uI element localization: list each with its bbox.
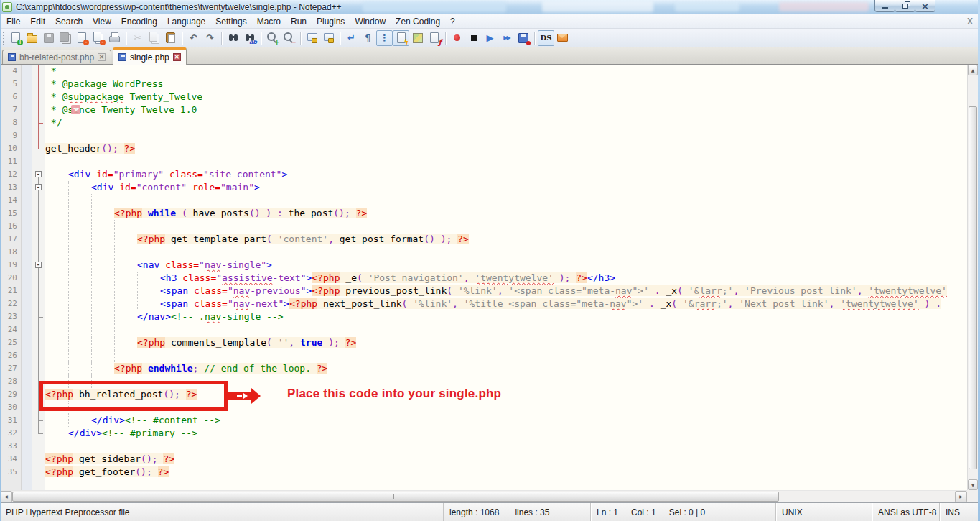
menu-macro[interactable]: Macro [252,15,286,28]
macro-save-icon[interactable] [515,30,531,46]
scroll-right-icon[interactable]: ▶ [955,491,967,502]
print-icon[interactable] [106,30,123,46]
minimize-button[interactable] [874,0,895,12]
code-line-33[interactable]: 33 [0,440,967,453]
code-line-32[interactable]: 32</div><!-- #primary --> [0,427,967,440]
new-file-icon[interactable]: + [7,30,24,46]
code-line-24[interactable]: 24 [0,323,967,336]
save-all-icon[interactable] [57,30,73,46]
replace-icon[interactable]: ab [241,30,258,46]
scroll-down-icon[interactable]: ▼ [968,479,978,490]
code-line-31[interactable]: 31</div><!-- #content --> [0,414,967,427]
menu-run[interactable]: Run [286,15,312,28]
tab-bh-related-post[interactable]: bh-related-post.php × [2,50,111,64]
document-map-icon[interactable] [409,30,426,46]
tab-close-icon[interactable]: × [173,53,181,61]
code-line-19[interactable]: 19-<nav class="nav-single"> [0,259,967,272]
code-line-34[interactable]: 34<?php get_sidebar(); ?> [0,453,967,466]
code-line-18[interactable]: 18 [0,246,967,259]
code-line-5[interactable]: 5 * @package WordPress [0,78,967,91]
scroll-up-icon[interactable]: ▲ [968,65,978,75]
bookmark-margin [22,388,32,401]
save-file-icon[interactable] [40,30,57,46]
code-line-20[interactable]: 20<h3 class="assistive-text"><?php _e( '… [0,272,967,285]
code-line-23[interactable]: 23</nav><!-- .nav-single --> [0,310,967,323]
scroll-left-icon[interactable]: ◀ [0,491,12,502]
sync-horizontal-scroll-icon[interactable] [320,30,337,46]
code-line-35[interactable]: 35<?php get_footer(); ?> [0,466,967,479]
vertical-scrollbar[interactable]: ▲ ▼ [967,65,978,490]
tab-close-icon[interactable]: × [98,53,106,61]
code-line-4[interactable]: 4 * [0,65,967,78]
status-selection: Sel : 0 | 0 [669,507,705,517]
code-line-13[interactable]: 13-<div id="content" role="main"> [0,181,967,194]
menu-search[interactable]: Search [50,15,88,28]
code-line-25[interactable]: 25<?php comments_template( '', true ); ?… [0,336,967,349]
cut-icon[interactable]: ✂ [129,30,146,46]
status-length-lines: length : 1068 lines : 35 [443,503,590,521]
menu-window[interactable]: Window [350,15,391,28]
show-all-characters-icon[interactable]: ¶ [360,30,376,46]
show-indent-guide-icon[interactable]: ⋮ [376,30,393,46]
vertical-scrollbar-thumb[interactable] [969,106,977,469]
menu-settings[interactable]: Settings [210,15,251,28]
menu-plugins[interactable]: Plugins [312,15,350,28]
macro-stop-icon[interactable] [465,30,482,46]
fold-margin [32,466,45,479]
user-define-dialog-icon[interactable]: ϟ [393,30,409,46]
undo-icon[interactable]: ↶ [185,30,202,46]
code-line-9[interactable]: 9 [0,129,967,142]
zoom-out-icon[interactable]: − [281,30,297,46]
close-file-icon[interactable]: - [73,30,90,46]
menu-edit[interactable]: Edit [25,15,50,28]
code-line-21[interactable]: 21<span class="nav-previous"><?php previ… [0,285,967,298]
fold-margin [32,155,45,168]
macro-run-multiple-icon[interactable]: ▶▶ [498,30,515,46]
code-line-14[interactable]: 14 [0,194,967,207]
paste-icon[interactable] [162,30,179,46]
close-all-icon[interactable]: - [90,30,106,46]
editor[interactable]: 4 *5 * @package WordPress6 * @subpackage… [0,65,967,490]
redo-icon[interactable]: ↷ [202,30,218,46]
menu-encoding[interactable]: Encoding [116,15,162,28]
code-line-6[interactable]: 6 * @subpackage Twenty_Twelve [0,91,967,103]
code-line-15[interactable]: 15<?php while ( have_posts() ) : the_pos… [0,207,967,220]
code-line-11[interactable]: 11 [0,155,967,168]
code-line-12[interactable]: 12-<div id="primary" class="site-content… [0,168,967,181]
fold-collapse-icon[interactable]: - [35,262,42,268]
document-close-x[interactable]: X [967,17,973,27]
tab-single-php[interactable]: single.php × [113,47,187,65]
menu--[interactable]: ? [445,15,460,28]
code-line-17[interactable]: 17<?php get_template_part( 'content', ge… [0,233,967,246]
line-number: 31 [0,414,22,427]
code-line-27[interactable]: 27<?php endwhile; // end of the loop. ?> [0,362,967,375]
function-list-icon[interactable]: ƒ [426,30,442,46]
code-line-10[interactable]: 10get_header(); ?> [0,142,967,155]
menu-zen-coding[interactable]: Zen Coding [391,15,445,28]
macro-play-icon[interactable]: ▶ [482,30,498,46]
menu-view[interactable]: View [88,15,116,28]
word-wrap-icon[interactable]: ↵ [343,30,360,46]
copy-icon[interactable] [146,30,162,46]
menu-file[interactable]: File [1,15,25,28]
mime-tools-icon[interactable] [554,30,571,46]
dspellcheck-icon[interactable]: DS [538,30,554,46]
macro-record-icon[interactable] [449,30,465,46]
horizontal-scrollbar[interactable]: ◀ ▶ [0,490,967,502]
restore-button[interactable] [895,0,915,12]
code-line-22[interactable]: 22<span class="nav-next"><?php next_post… [0,298,967,310]
fold-collapse-icon[interactable]: - [35,171,42,177]
code-line-26[interactable]: 26 [0,349,967,362]
sync-vertical-scroll-icon[interactable] [304,30,320,46]
zoom-in-icon[interactable]: + [264,30,281,46]
menu-language[interactable]: Language [162,15,210,28]
fold-collapse-icon[interactable]: - [35,184,42,190]
code-line-7[interactable]: 7 * @since Twenty Twelve 1.0 [0,103,967,116]
open-file-icon[interactable] [24,30,40,46]
close-button[interactable]: × [915,0,935,12]
find-icon[interactable] [225,30,241,46]
line-number: 14 [0,194,22,207]
code-line-8[interactable]: 8 */ [0,116,967,129]
code-line-16[interactable]: 16 [0,220,967,233]
horizontal-scrollbar-thumb[interactable] [12,492,779,502]
